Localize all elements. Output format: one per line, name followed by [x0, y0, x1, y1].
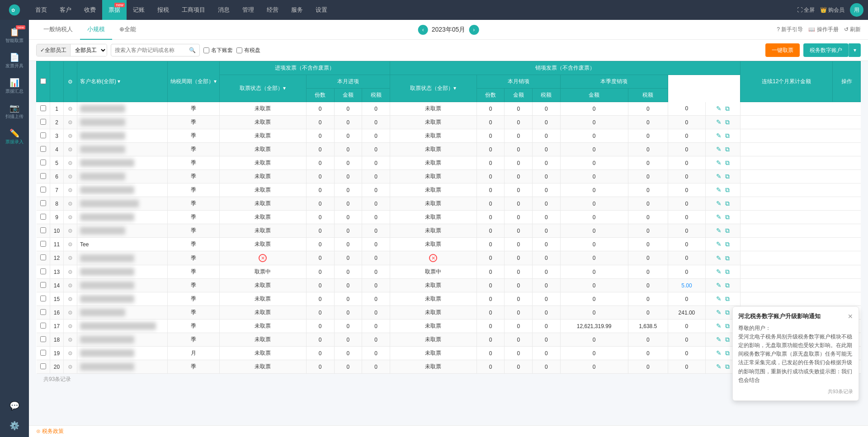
copy-btn[interactable]: ⧉ [724, 186, 731, 194]
one-key-ticket-btn[interactable]: 一键取票 [765, 43, 800, 57]
period-next-btn[interactable]: › [469, 25, 479, 35]
copy-btn[interactable]: ⧉ [724, 349, 731, 357]
cell-setting[interactable]: ⚙ [64, 183, 77, 197]
cell-setting[interactable]: ⚙ [64, 238, 77, 251]
staff-dropdown[interactable]: 全部员工 [71, 44, 107, 56]
cell-operations[interactable]: ✎ ⧉ [705, 211, 740, 224]
search-input[interactable] [115, 47, 187, 53]
edit-btn[interactable]: ✎ [715, 322, 722, 329]
copy-btn[interactable]: ⧉ [724, 159, 731, 167]
new-guide-btn[interactable]: ? 新手引导 [777, 26, 803, 33]
edit-btn[interactable]: ✎ [715, 336, 722, 343]
copy-btn[interactable]: ⧉ [724, 132, 731, 140]
copy-btn[interactable]: ⧉ [724, 173, 731, 180]
copy-btn[interactable]: ⧉ [724, 105, 731, 113]
cell-checkbox[interactable] [37, 251, 50, 265]
cell-checkbox[interactable] [37, 265, 50, 279]
copy-btn[interactable]: ⧉ [724, 213, 731, 221]
copy-btn[interactable]: ⧉ [724, 146, 731, 153]
cell-checkbox[interactable] [37, 320, 50, 333]
cell-setting[interactable]: ⚙ [64, 156, 77, 170]
cell-checkbox[interactable] [37, 170, 50, 183]
nav-manage[interactable]: 管理 [236, 0, 260, 20]
digital-account-dropdown-btn[interactable]: ▾ [849, 43, 861, 57]
edit-btn[interactable]: ✎ [715, 254, 722, 262]
cell-setting[interactable]: ⚙ [64, 320, 77, 333]
edit-btn[interactable]: ✎ [715, 282, 722, 289]
tab-all-capable[interactable]: ⊕ 全能 [112, 20, 143, 40]
nav-client[interactable]: 客户 [53, 0, 78, 20]
cell-setting[interactable]: ⚙ [64, 170, 77, 183]
cell-checkbox[interactable] [37, 197, 50, 211]
nav-message[interactable]: 消息 [212, 0, 236, 20]
notif-close-btn[interactable]: ✕ [848, 313, 853, 320]
edit-btn[interactable]: ✎ [715, 227, 722, 234]
cell-setting[interactable]: ⚙ [64, 292, 77, 306]
cell-setting[interactable]: ⚙ [64, 306, 77, 320]
digital-account-btn[interactable]: 税务数字账户 [803, 43, 849, 57]
copy-btn[interactable]: ⧉ [724, 254, 731, 262]
cell-checkbox[interactable] [37, 102, 50, 116]
cell-setting[interactable]: ⚙ [64, 347, 77, 360]
edit-btn[interactable]: ✎ [715, 146, 722, 153]
cell-operations[interactable]: ✎ ⧉ [705, 143, 740, 156]
cell-operations[interactable]: ✎ ⧉ [705, 102, 740, 116]
period-prev-btn[interactable]: ‹ [418, 25, 428, 35]
cell-checkbox[interactable] [37, 306, 50, 320]
cell-setting[interactable]: ⚙ [64, 211, 77, 224]
staff-select[interactable]: ✓ 全部员工 全部员工 [36, 44, 107, 56]
sidebar-item-message[interactable]: 💬 [2, 397, 27, 415]
cell-checkbox[interactable] [37, 292, 50, 306]
edit-btn[interactable]: ✎ [715, 213, 722, 221]
cell-operations[interactable]: ✎ ⧉ [705, 224, 740, 238]
manual-btn[interactable]: 📖 操作手册 [808, 26, 838, 33]
cell-checkbox[interactable] [37, 129, 50, 143]
cell-setting[interactable]: ⚙ [64, 265, 77, 279]
cell-checkbox[interactable] [37, 156, 50, 170]
cell-setting[interactable]: ⚙ [64, 251, 77, 265]
cell-setting[interactable]: ⚙ [64, 333, 77, 347]
nav-business[interactable]: 工商项目 [175, 0, 212, 20]
nav-fee[interactable]: 收费 [78, 0, 102, 20]
fullscreen-btn[interactable]: ⛶ 全屏 [797, 6, 815, 14]
sidebar-item-config[interactable]: ⚙️ [2, 417, 27, 435]
my-account-label[interactable]: 名下账套 [203, 47, 233, 54]
cell-setting[interactable]: ⚙ [64, 197, 77, 211]
cell-operations[interactable]: ✎ ⧉ [705, 156, 740, 170]
cell-checkbox[interactable] [37, 116, 50, 129]
cell-checkbox[interactable] [37, 143, 50, 156]
tax-policy-link[interactable]: ⊙ 税务政策 [36, 428, 64, 435]
sidebar-item-ticket-summary[interactable]: 📊 票据汇总 [2, 74, 27, 98]
tab-small-scale[interactable]: 小规模 [80, 20, 112, 40]
copy-btn[interactable]: ⧉ [724, 200, 731, 207]
member-btn[interactable]: 👑 购会员 [820, 6, 844, 14]
cell-checkbox[interactable] [37, 360, 50, 374]
has-taxpad-label[interactable]: 有税盘 [236, 47, 260, 54]
edit-btn[interactable]: ✎ [715, 132, 722, 139]
edit-btn[interactable]: ✎ [715, 186, 722, 193]
cell-checkbox[interactable] [37, 211, 50, 224]
copy-btn[interactable]: ⧉ [724, 240, 731, 248]
cell-operations[interactable]: ✎ ⧉ [705, 129, 740, 143]
edit-btn[interactable]: ✎ [715, 200, 722, 207]
refresh-btn[interactable]: ↺ 刷新 [844, 26, 861, 33]
edit-btn[interactable]: ✎ [715, 363, 722, 370]
cell-setting[interactable]: ⚙ [64, 116, 77, 129]
edit-btn[interactable]: ✎ [715, 349, 722, 357]
edit-btn[interactable]: ✎ [715, 240, 722, 248]
cell-operations[interactable]: ✎ ⧉ [705, 279, 740, 292]
cell-checkbox[interactable] [37, 183, 50, 197]
cell-operations[interactable]: ✎ ⧉ [705, 170, 740, 183]
copy-btn[interactable]: ⧉ [724, 309, 731, 316]
copy-btn[interactable]: ⧉ [724, 336, 731, 343]
nav-ticket[interactable]: 票据 new [102, 0, 127, 20]
cell-checkbox[interactable] [37, 224, 50, 238]
cell-checkbox[interactable] [37, 279, 50, 292]
has-taxpad-checkbox[interactable] [236, 47, 242, 53]
cell-checkbox[interactable] [37, 333, 50, 347]
cell-setting[interactable]: ⚙ [64, 224, 77, 238]
copy-btn[interactable]: ⧉ [724, 227, 731, 235]
cell-setting[interactable]: ⚙ [64, 143, 77, 156]
cell-setting[interactable]: ⚙ [64, 102, 77, 116]
copy-btn[interactable]: ⧉ [724, 268, 731, 276]
